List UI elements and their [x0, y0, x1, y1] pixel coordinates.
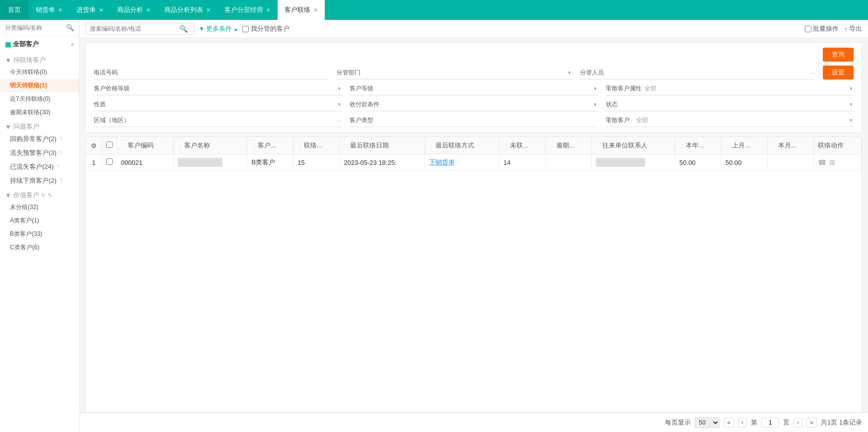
prev-page-button[interactable]: ‹: [738, 418, 747, 428]
phone-icon[interactable]: ☎: [818, 158, 826, 166]
top-navigation: 首页 销货单 ✕ 进货单 ✕ 商品分析 ✕ 商品分析列表 ✕ 客户分层经营 ✕ …: [0, 0, 868, 20]
close-icon[interactable]: ✕: [206, 7, 211, 13]
drag-handle-icon: ⋮: [596, 143, 601, 148]
row-select-checkbox[interactable]: [106, 158, 113, 165]
edit-icon[interactable]: ✎: [48, 192, 52, 199]
nav-purchase-order[interactable]: 进货单 ✕: [70, 0, 110, 20]
sidebar-value-section: ▼ 价值客户 ↻ ✎: [0, 188, 79, 201]
close-icon[interactable]: ✕: [266, 7, 271, 13]
sidebar-item-a-customers[interactable]: A类客户(1): [0, 214, 79, 227]
sidebar-item-tomorrow-pending[interactable]: 明天待联络(1): [0, 79, 79, 92]
filter-retail-customer: 零散客户 全部 ▼: [606, 116, 854, 127]
help-icon: ?: [59, 178, 62, 184]
refresh-icon[interactable]: ↻: [41, 192, 46, 199]
sidebar-item-lost-customers[interactable]: 已流失客户(24) ?: [0, 160, 79, 174]
contact-method-link[interactable]: 下销货单: [429, 158, 455, 166]
close-icon[interactable]: ✕: [146, 7, 150, 13]
sidebar-item-today-pending[interactable]: 今天待联络(0): [0, 66, 79, 79]
drag-handle-icon: ⋮: [178, 143, 183, 148]
chevron-down-icon: ▼: [849, 102, 854, 107]
sidebar-item-churn-warning[interactable]: 流失预警客户(3) ?: [0, 146, 79, 160]
sidebar-search-input[interactable]: [5, 24, 66, 31]
export-button[interactable]: ↑ 导出: [845, 24, 863, 33]
sidebar-item-declining[interactable]: 持续下滑客户(2) ?: [0, 174, 79, 188]
page-number-input[interactable]: [761, 418, 779, 428]
sidebar-all-customers[interactable]: ▦ 全部客户 «: [0, 36, 79, 53]
close-icon[interactable]: ✕: [99, 7, 103, 13]
table-header-actions: 联络动作: [813, 137, 861, 154]
page-unit-label: 页: [783, 418, 790, 427]
table-header-overdue: ⋮逾期...: [545, 137, 591, 154]
nav-home[interactable]: 首页: [0, 0, 29, 20]
help-icon: ?: [56, 164, 59, 170]
filter-status: 状态 ▼: [606, 100, 854, 111]
content-area: 🔍 ▼ 更多条件 ▲ 我分管的客户 批量操作 ↑ 导出: [79, 20, 868, 432]
chevron-down-icon: ▼: [337, 86, 342, 91]
more-icon: ···: [810, 70, 815, 76]
query-button[interactable]: 查询: [823, 48, 854, 62]
nav-customer-tier[interactable]: 客户分层经营 ✕: [217, 0, 278, 20]
per-page-select[interactable]: 50 100 200: [695, 417, 720, 428]
table-header-settings[interactable]: ⚙: [86, 137, 102, 154]
drag-handle-icon: ⋮: [550, 143, 555, 148]
next-page-button[interactable]: ›: [794, 418, 802, 428]
grid-icon[interactable]: ⊞: [829, 158, 835, 166]
nav-product-analysis-list[interactable]: 商品分析列表 ✕: [157, 0, 217, 20]
filter-customer-type: 客户类型: [350, 116, 597, 127]
drag-handle-icon: ⋮: [504, 143, 508, 148]
toolbar: 🔍 ▼ 更多条件 ▲ 我分管的客户 批量操作 ↑ 导出: [79, 20, 868, 38]
chevron-down-icon: ▼: [849, 118, 854, 123]
filter-action-buttons: 查询 设置: [823, 48, 854, 79]
first-page-button[interactable]: «: [724, 418, 734, 428]
nav-product-analysis[interactable]: 商品分析 ✕: [110, 0, 157, 20]
table-header-code: ⋮客户编码: [117, 137, 173, 154]
sidebar-pending-section: ▼ 待联络客户: [0, 53, 79, 66]
settings-button[interactable]: 设置: [823, 66, 854, 79]
this-month-amount: [767, 154, 813, 171]
my-customers-check[interactable]: [242, 26, 249, 32]
more-conditions-button[interactable]: ▼ 更多条件 ▲: [199, 24, 238, 33]
sidebar-item-c-customers[interactable]: C类客户(6): [0, 241, 79, 254]
sidebar-item-7days-pending[interactable]: 近7天待联络(0): [0, 92, 79, 106]
row-checkbox[interactable]: [102, 154, 117, 171]
select-all-checkbox[interactable]: [106, 142, 113, 148]
action-icons-wrap: ☎ ⊞: [818, 158, 857, 166]
table-header-checkbox[interactable]: [102, 137, 117, 154]
nav-sales-order[interactable]: 销货单 ✕: [29, 0, 70, 20]
sidebar-item-overdue-pending[interactable]: 逾期未联络(30): [0, 106, 79, 119]
table-header-customer-type: ⋮客户...: [247, 137, 293, 154]
last-page-button[interactable]: »: [806, 418, 817, 428]
total-records: 共1页 1条记录: [821, 418, 862, 427]
my-customers-checkbox[interactable]: 我分管的客户: [242, 24, 289, 33]
drag-handle-icon: ⋮: [297, 143, 302, 148]
filter-area: 区域（地区） ···: [94, 116, 342, 127]
chevron-down-icon: ▼: [593, 102, 598, 107]
main-layout: 🔍 ▦ 全部客户 « ▼ 待联络客户 今天待联络(0) 明天待联络(1) 近7天…: [0, 20, 868, 432]
sidebar-search-icon[interactable]: 🔍: [66, 24, 74, 31]
chevron-down-icon: ▼: [593, 86, 598, 91]
batch-checkbox[interactable]: [805, 26, 811, 32]
sidebar-item-ungrouped[interactable]: 未分组(32): [0, 201, 79, 214]
more-icon: ···: [337, 117, 342, 124]
sidebar-item-abnormal-repurchase[interactable]: 回购异常客户(2) ?: [0, 132, 79, 146]
arrow-icon: ▼: [5, 192, 11, 199]
close-icon[interactable]: ✕: [313, 7, 318, 13]
last-contact-method[interactable]: 下销货单: [425, 154, 499, 171]
page-label: 第: [751, 418, 757, 427]
batch-operation-button[interactable]: 批量操作: [805, 24, 839, 33]
row-number: 1: [86, 154, 102, 171]
search-button[interactable]: 🔍: [179, 25, 188, 33]
toolbar-right: 批量操作 ↑ 导出: [805, 24, 863, 33]
filter-payment: 收付款条件 ▼: [350, 100, 597, 111]
chevron-down-icon: ▼: [849, 86, 854, 91]
filter-icon: ▼: [199, 25, 205, 32]
filter-phone: 电话号码: [94, 69, 329, 79]
search-input[interactable]: [90, 25, 179, 32]
customer-type: B类客户: [247, 154, 293, 171]
collapse-icon: «: [71, 41, 74, 47]
sidebar-item-b-customers[interactable]: B类客户(33): [0, 227, 79, 241]
filter-customer-price: 客户价格等级 ▼: [94, 84, 342, 95]
table-header-uncontacted: ⋮未联...: [499, 137, 545, 154]
nav-customer-contact[interactable]: 客户联络 ✕: [278, 0, 325, 20]
close-icon[interactable]: ✕: [58, 7, 63, 13]
